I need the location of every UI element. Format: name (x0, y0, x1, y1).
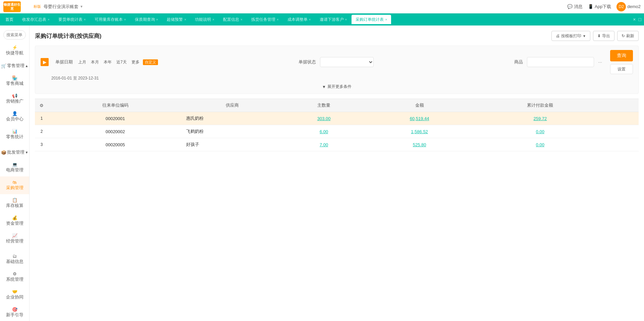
expand-down-icon: ▼ (322, 85, 326, 89)
operation-icon: 📈 (0, 233, 29, 238)
sidebar-item-ecommerce[interactable]: 💻 电商管理 (0, 159, 29, 176)
row-2-num: 2 (35, 125, 48, 138)
tab-yaoqing-label: 邀请下游客户 (320, 17, 344, 22)
tab-gongneng-close[interactable]: × (212, 18, 214, 21)
expand-more-row: ▼ 展开更多条件 (41, 81, 633, 90)
sidebar-item-purchase[interactable]: 🛍 采购管理 (0, 176, 29, 194)
row-1-qty[interactable]: 303.00 (282, 112, 366, 125)
table-row: 3 00020005 好孩子 7.00 525.80 0.00 (35, 138, 639, 151)
app-download-label: App下载 (595, 4, 611, 10)
sidebar-item-finance[interactable]: 💰 资金管理 (0, 212, 29, 230)
tab-home[interactable]: 首页 (1, 15, 17, 24)
row-2-amount[interactable]: 1,586.52 (366, 125, 473, 138)
tab-keyongliang-label: 可用量库存账本 (95, 17, 123, 22)
tab-shoufa[interactable]: 收发存汇总表 × (18, 15, 54, 24)
print-dropdown-arrow: ▼ (583, 34, 586, 38)
tab-chaochuyujing-close[interactable]: × (184, 18, 186, 21)
row-1-paid[interactable]: 259.72 (473, 112, 607, 125)
print-btn[interactable]: 🖨 按模板打印 ▼ (551, 31, 590, 41)
app-download-btn[interactable]: 📱 App下载 (588, 4, 611, 10)
tab-chaochuyujing[interactable]: 超储预警 × (163, 15, 190, 24)
tab-gongneng[interactable]: 功能说明 × (191, 15, 218, 24)
th-supplier: 供应商 (182, 99, 282, 112)
tab-keyongliang[interactable]: 可用量库存账本 × (91, 15, 130, 24)
tab-chengben-close[interactable]: × (309, 18, 311, 21)
message-btn[interactable]: 💬 消息 (567, 4, 583, 10)
tab-caigou[interactable]: 采购订单统计表 × (352, 15, 391, 24)
row-3-paid[interactable]: 0.00 (473, 138, 607, 151)
tab-baoquan[interactable]: 保质期查询 × (131, 15, 162, 24)
tab-shoufa-close[interactable]: × (48, 18, 50, 21)
row-2-qty[interactable]: 6.00 (282, 125, 366, 138)
tab-caigou-close[interactable]: × (385, 18, 387, 21)
title-actions: 🖨 按模板打印 ▼ ⬇ 导出 ↻ 刷新 (551, 31, 639, 41)
print-label: 按模板打印 (561, 33, 581, 39)
tab-yaoqing-close[interactable]: × (345, 18, 347, 21)
shortcut-more[interactable]: 更多 (130, 59, 141, 66)
tab-shoufa-label: 收发存汇总表 (22, 17, 46, 22)
sidebar-item-member[interactable]: 👤 会员中心 (0, 108, 29, 125)
shortcut-this-month[interactable]: 本月 (90, 59, 100, 66)
tab-yaohuo-close[interactable]: × (84, 18, 86, 21)
app-logo: 畅捷通好生意 (3, 1, 21, 12)
sidebar-item-quicknav[interactable]: ⚡ 快捷导航 (0, 42, 29, 59)
window-controls: × □ (633, 17, 643, 22)
status-filter-label: 单据状态 (299, 59, 316, 65)
sidebar-item-system[interactable]: ⚙ 系统管理 (0, 268, 29, 286)
status-select[interactable] (320, 57, 374, 67)
user-area[interactable]: D2 demo2 (616, 2, 641, 11)
filter-toggle-btn[interactable]: ▶ (41, 58, 49, 66)
export-btn[interactable]: ⬇ 导出 (593, 31, 614, 41)
tab-chengben[interactable]: 成本调整单 × (283, 15, 315, 24)
tab-baoquan-close[interactable]: × (156, 18, 158, 21)
window-maximize-btn[interactable]: □ (639, 17, 641, 22)
row-3-qty[interactable]: 7.00 (282, 138, 366, 151)
sidebar-item-marketing[interactable]: 📢 营销推广 (0, 90, 29, 108)
sidebar-item-inventory[interactable]: 📋 库存核算 (0, 194, 29, 212)
sidebar-item-basic[interactable]: 🗂 基础信息 (0, 250, 29, 268)
search-btn[interactable]: 查询 (610, 50, 633, 61)
tab-peizhi-close[interactable]: × (240, 18, 243, 21)
nav-tabs: 首页 收发存汇总表 × 要货单统计表 × 可用量库存账本 × 保质期查询 × 超… (0, 13, 644, 25)
sidebar-item-retailstat[interactable]: 📊 零售统计 (0, 125, 29, 143)
company-selector[interactable]: 母婴行业演示账套 ▼ (41, 4, 86, 10)
tab-yaoqing[interactable]: 邀请下游客户 × (316, 15, 351, 24)
tab-paihuo[interactable]: 拣货任务管理 × (247, 15, 283, 24)
sidebar-item-retail[interactable]: 🛒 零售管理 ▲ (0, 59, 29, 72)
expand-more-btn[interactable]: ▼ 展开更多条件 (322, 84, 352, 90)
search-input[interactable] (3, 30, 26, 40)
ecommerce-label: 电商管理 (0, 167, 29, 173)
tab-yaohuo[interactable]: 要货单统计表 × (54, 15, 90, 24)
refresh-btn[interactable]: ↻ 刷新 (617, 31, 639, 41)
row-3-amount[interactable]: 525.80 (366, 138, 473, 151)
row-2-code: 00020002 (48, 125, 182, 138)
sidebar-item-operation[interactable]: 📈 经营管理 (0, 230, 29, 248)
goods-filter-label: 商品 (514, 59, 523, 65)
newguide-icon: 🎯 (0, 307, 29, 312)
row-1-code: 00020001 (48, 112, 182, 125)
shortcut-this-year[interactable]: 本年 (102, 59, 113, 66)
date-custom-badge[interactable]: 自定义 (143, 59, 158, 65)
export-icon: ⬇ (597, 34, 601, 38)
quicknav-icon: ⚡ (0, 45, 29, 50)
shortcut-7days[interactable]: 近7天 (115, 59, 128, 66)
sidebar-item-newguide[interactable]: 🎯 新手引导 (0, 304, 29, 321)
sidebar-item-wholesale[interactable]: 📦 批发管理 ▼ (0, 146, 29, 159)
th-settings[interactable]: ⚙ (35, 99, 48, 112)
sidebar-item-enterprise[interactable]: 🤝 企业协同 (0, 286, 29, 304)
marketing-label: 营销推广 (0, 98, 29, 104)
tab-peizhi[interactable]: 配置信息 × (219, 15, 247, 24)
tab-keyongliang-close[interactable]: × (124, 18, 126, 21)
tab-baoquan-label: 保质期查询 (135, 17, 155, 22)
goods-input-more[interactable]: ··· (598, 59, 602, 65)
settings-btn[interactable]: 设置 (610, 64, 633, 74)
th-paid: 累计付款金额 (473, 99, 607, 112)
row-2-paid[interactable]: 0.00 (473, 125, 607, 138)
row-1-amount[interactable]: 60,519.44 (366, 112, 473, 125)
enterprise-icon: 🤝 (0, 289, 29, 294)
tab-paihuo-close[interactable]: × (277, 18, 279, 21)
goods-input[interactable] (527, 57, 594, 67)
shortcut-last-month[interactable]: 上月 (77, 59, 88, 66)
sidebar-item-retailshop[interactable]: 🏪 零售商城 (0, 72, 29, 90)
window-close-btn[interactable]: × (633, 17, 636, 22)
